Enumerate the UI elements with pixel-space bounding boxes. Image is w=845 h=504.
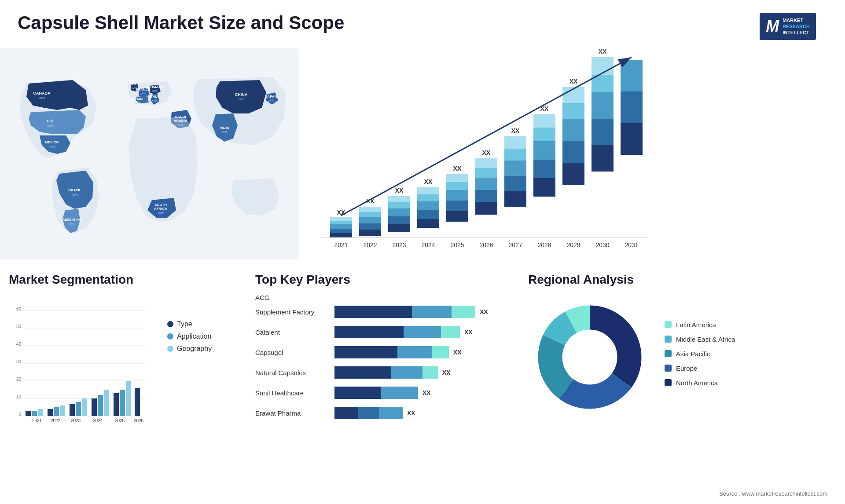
svg-rect-58 (446, 201, 468, 211)
svg-rect-136 (92, 398, 97, 416)
svg-rect-34 (330, 229, 352, 233)
player-name: Erawat Pharma (255, 409, 330, 417)
legend-europe-color (665, 365, 672, 372)
player-bar-container: XX (334, 387, 511, 399)
player-bar-container: XX (334, 366, 511, 379)
svg-text:U.K.: U.K. (131, 82, 138, 86)
svg-rect-43 (359, 207, 381, 212)
segmentation-title: Market Segmentation (9, 273, 246, 287)
legend-middle-east-africa: Middle East & Africa (665, 336, 827, 343)
svg-rect-130 (60, 405, 65, 416)
player-bar (334, 326, 460, 338)
legend-apac-label: Asia Pacific (676, 350, 710, 358)
svg-text:XX: XX (395, 187, 404, 194)
legend-geography-dot (167, 346, 173, 352)
legend-north-america-label: North America (676, 379, 718, 387)
player-value: XX (442, 369, 451, 376)
legend-type-dot (167, 321, 173, 327)
svg-text:INDIA: INDIA (220, 126, 229, 130)
svg-text:2025: 2025 (450, 241, 464, 248)
svg-text:2025: 2025 (115, 418, 125, 423)
world-map-section: CANADA xx% U.S. xx% MEXICO xx% BRAZIL xx… (0, 48, 299, 259)
player-bar (334, 387, 418, 399)
svg-text:2030: 2030 (595, 241, 609, 248)
svg-text:xx%: xx% (151, 89, 157, 92)
svg-text:40: 40 (16, 342, 22, 347)
svg-rect-66 (475, 168, 497, 178)
player-bar-container: XX (334, 407, 511, 419)
regional-title: Regional Analysis (528, 273, 827, 287)
svg-text:CHINA: CHINA (235, 92, 248, 97)
page-title: Capsule Shell Market Size and Scope (18, 12, 344, 33)
svg-rect-53 (417, 201, 439, 210)
player-bar (334, 306, 475, 318)
svg-text:50: 50 (16, 324, 22, 329)
svg-rect-64 (475, 190, 497, 202)
regional-section: Regional Analysis (528, 273, 827, 475)
svg-text:XX: XX (482, 149, 491, 156)
svg-rect-140 (114, 393, 119, 416)
svg-text:2023: 2023 (392, 241, 406, 248)
player-name: Sunil Healthcare (255, 389, 330, 397)
svg-rect-82 (562, 141, 584, 163)
list-item: Supplement Factory XX (255, 306, 511, 318)
svg-rect-48 (388, 202, 410, 208)
svg-rect-83 (562, 119, 584, 141)
svg-rect-46 (388, 216, 410, 224)
svg-rect-60 (446, 182, 468, 190)
legend-asia-pacific: Asia Pacific (665, 350, 827, 358)
svg-text:CANADA: CANADA (33, 91, 51, 95)
svg-rect-129 (54, 407, 59, 416)
svg-rect-49 (388, 196, 410, 202)
player-bar-container: XX (334, 326, 511, 338)
svg-rect-72 (504, 149, 526, 161)
svg-text:10: 10 (16, 394, 22, 399)
svg-text:0: 0 (18, 412, 21, 417)
legend-application: Application (167, 332, 212, 340)
svg-text:XX: XX (453, 165, 462, 172)
list-item: Erawat Pharma XX (255, 407, 511, 419)
regional-legend: Latin America Middle East & Africa Asia … (665, 321, 827, 394)
svg-text:20: 20 (16, 377, 22, 382)
svg-text:xx%: xx% (177, 123, 183, 126)
svg-rect-57 (446, 211, 468, 222)
svg-text:JAPAN: JAPAN (265, 95, 277, 99)
svg-rect-75 (533, 178, 555, 197)
donut-chart (528, 296, 651, 419)
svg-text:xx%: xx% (48, 145, 55, 149)
svg-text:U.S.: U.S. (47, 119, 55, 123)
svg-rect-69 (504, 191, 526, 207)
svg-text:ARABIA: ARABIA (173, 119, 187, 123)
svg-rect-81 (562, 163, 584, 185)
svg-rect-142 (126, 381, 131, 416)
svg-text:ARGENTINA: ARGENTINA (62, 218, 81, 221)
svg-text:2024: 2024 (421, 241, 435, 248)
player-bar (334, 366, 438, 379)
growth-chart-section: XX XX XX XX (317, 48, 651, 259)
svg-text:XX: XX (599, 48, 607, 55)
player-value: XX (422, 389, 431, 396)
players-section: Top Key Players ACG Supplement Factory X… (255, 273, 511, 475)
svg-text:SAUDI: SAUDI (175, 115, 186, 119)
svg-rect-87 (592, 145, 614, 172)
svg-text:xx%: xx% (158, 211, 163, 214)
svg-rect-33 (330, 233, 352, 237)
svg-rect-55 (417, 187, 439, 194)
growth-bar-chart: XX XX XX XX (317, 48, 651, 259)
svg-rect-40 (359, 223, 381, 230)
world-map: CANADA xx% U.S. xx% MEXICO xx% BRAZIL xx… (0, 48, 299, 259)
svg-text:2031: 2031 (625, 241, 638, 248)
source-text: Source : www.marketresearchintellect.com (719, 490, 827, 497)
legend-mea-color (665, 336, 672, 343)
svg-text:SOUTH: SOUTH (154, 203, 167, 207)
legend-latin-america-color (665, 321, 672, 328)
svg-rect-65 (475, 178, 497, 190)
svg-rect-125 (32, 411, 37, 416)
svg-rect-36 (330, 221, 352, 224)
svg-rect-132 (70, 404, 75, 416)
list-item: Catalent XX (255, 326, 511, 338)
players-title: Top Key Players (255, 273, 511, 287)
svg-rect-79 (533, 114, 555, 128)
svg-text:xx%: xx% (151, 99, 157, 102)
svg-rect-52 (417, 210, 439, 219)
